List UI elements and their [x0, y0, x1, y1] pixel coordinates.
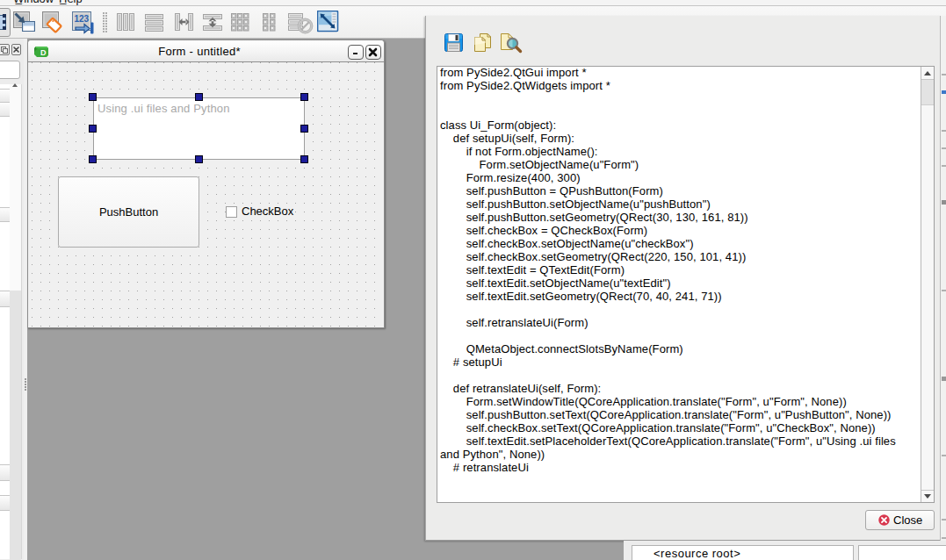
- svg-text:123: 123: [75, 14, 90, 24]
